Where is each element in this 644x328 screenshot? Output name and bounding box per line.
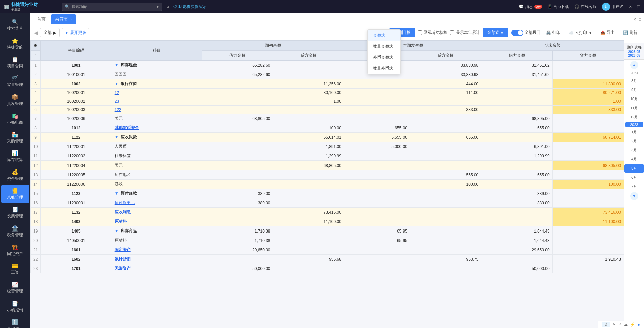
table-cp-credit: 333.00 <box>410 106 481 114</box>
period-end: 2023.05 <box>626 54 643 57</box>
table-cb-credit <box>552 151 624 161</box>
ytd-checkbox[interactable] <box>450 30 454 35</box>
table-subject[interactable]: 累计折旧 <box>112 255 202 264</box>
table-row-num: 14 <box>31 180 41 189</box>
table-cb-debit <box>481 106 552 114</box>
table-subject[interactable]: 23 <box>112 97 202 106</box>
table-row-num: 2 <box>31 70 41 79</box>
table-row-num: 15 <box>31 189 41 198</box>
table-cb-credit: 1.00 <box>552 97 624 106</box>
table-subject[interactable]: 12 <box>112 89 202 97</box>
table-row-num: 18 <box>31 217 41 226</box>
period-month-12[interactable]: 12月 <box>624 113 644 121</box>
export-btn[interactable]: 📤 导出 <box>598 28 618 37</box>
refresh-label: 刷新 <box>629 30 637 36</box>
table-cb-debit: 389.00 <box>481 198 552 208</box>
period-month-11[interactable]: 11月 <box>624 104 644 112</box>
demo-link[interactable]: ◎ 我要看实例演示 <box>173 4 207 10</box>
sidebar-item-retail[interactable]: 🛒 零售管理 <box>1 72 29 90</box>
period-down-arrow[interactable]: ▼ <box>630 192 638 200</box>
table-main: ⚙ 科目编码 科目 期初余额 本期发生额 期末余额 # 借方金额 贷方金额 借方… <box>30 40 624 328</box>
expand-all-toggle[interactable]: 全部展开 <box>511 30 541 36</box>
sidebar-item-report[interactable]: 📑 小畅报销 <box>1 298 29 316</box>
tab-close-btn[interactable]: × <box>70 17 72 21</box>
show-auxiliary-check[interactable]: 显示辅助核算 <box>418 30 447 36</box>
sidebar-item-ledger[interactable]: 📒 总账管理 <box>1 185 29 203</box>
period-header: 期间选择 2023.05 2023.05 <box>624 43 644 60</box>
table-ob-debit <box>202 97 273 106</box>
period-up-arrow[interactable]: ▲ <box>630 61 638 69</box>
message-label: 消息 <box>525 4 533 10</box>
sidebar-item-inventory[interactable]: 📊 库存核算 <box>1 147 29 166</box>
format-btn[interactable]: 金额式 ∧ <box>483 28 508 37</box>
sidebar-item-wholesale[interactable]: 📦 批发管理 <box>1 91 29 109</box>
dropdown-item-jinee[interactable]: 金额式 <box>368 30 400 41</box>
period-month-3[interactable]: 3月 <box>624 146 644 154</box>
table-subject[interactable]: 应收利息 <box>112 208 202 217</box>
tab-bar-right: × □ <box>634 17 641 22</box>
balance-table: ⚙ 科目编码 科目 期初余额 本期发生额 期末余额 # 借方金额 贷方金额 借方… <box>30 40 624 273</box>
sidebar-item-invoice[interactable]: 🧾 发票管理 <box>1 204 29 222</box>
lang-indicator[interactable]: 英 <box>602 322 610 327</box>
table-subject[interactable]: 预付款美元 <box>112 198 202 208</box>
period-month-7[interactable]: 7月 <box>624 182 644 191</box>
sidebar-item-quick-nav[interactable]: ⭐ 快捷导航 <box>1 35 29 53</box>
print-btn[interactable]: 🖨️ 打印 <box>543 28 563 37</box>
cloud-print-btn[interactable]: ☁️ 云打印 ▼ <box>566 28 595 37</box>
period-month-4[interactable]: 4月 <box>624 155 644 163</box>
sidebar-item-purchase[interactable]: 🏪 采购管理 <box>1 129 29 147</box>
tab-bar-close-btn[interactable]: × <box>634 17 636 22</box>
app-download-btn[interactable]: 📱 App下载 <box>547 4 569 10</box>
table-subject: 人民币 <box>112 142 202 151</box>
expand-more-btn[interactable]: ▼ 展开更多 <box>62 28 89 37</box>
tab-balance[interactable]: 余额表 × <box>51 14 76 24</box>
sidebar-item-ops[interactable]: 📈 经营管理 <box>1 279 29 297</box>
sidebar-item-fixed-assets[interactable]: 🏗️ 固定资产 <box>1 241 29 259</box>
dropdown-item-foreign-amount[interactable]: 外币金额式 <box>368 52 400 63</box>
refresh-btn[interactable]: 🔄 刷新 <box>620 28 640 37</box>
search-bar[interactable]: 🔍 搜索功能 ▼ <box>62 3 162 11</box>
period-month-1[interactable]: 1月 <box>624 128 644 136</box>
filter-back-arrow[interactable]: ◀ <box>34 30 38 36</box>
table-subject: 游戏 <box>112 180 202 189</box>
table-subject[interactable]: 固定资产 <box>112 245 202 255</box>
sidebar-item-payroll[interactable]: 💳 工资 <box>1 260 29 278</box>
sidebar-item-ecom[interactable]: 🛍️ 小畅电商 <box>1 110 29 128</box>
sidebar-item-capital[interactable]: 💰 资金管理 <box>1 166 29 184</box>
tab-bar-restore-btn[interactable]: □ <box>639 17 641 22</box>
table-subject[interactable]: 122 <box>112 106 202 114</box>
period-month-5[interactable]: 5月 <box>624 164 644 173</box>
wholesale-icon: 📦 <box>3 94 28 100</box>
th-settings[interactable]: ⚙ <box>31 41 41 51</box>
message-btn[interactable]: 💬 消息 99+ <box>519 4 542 10</box>
ecom-icon: 🛍️ <box>3 113 28 119</box>
table-ob-debit <box>202 208 273 217</box>
window-close-btn[interactable]: × <box>629 4 632 9</box>
table-cp-debit <box>344 114 410 123</box>
period-month-8[interactable]: 8月 <box>624 77 644 85</box>
sidebar-item-tax[interactable]: 🏦 税务管理 <box>1 222 29 241</box>
settings-icon-top[interactable]: ⚙ <box>166 5 169 9</box>
sidebar-item-basic[interactable]: ℹ️ 基础信息 <box>1 316 29 328</box>
user-avatar[interactable]: U 用户名 <box>602 3 624 11</box>
table-subject[interactable]: 无形资产 <box>112 264 202 273</box>
filter-all-chip[interactable]: 全部 ▶ <box>40 28 60 37</box>
period-month-6[interactable]: 6月 <box>624 173 644 182</box>
tab-home[interactable]: 首页 <box>33 14 50 24</box>
sidebar-search[interactable]: 🔍 搜索菜单 <box>1 16 29 34</box>
dropdown-item-quantity-foreign[interactable]: 数量外币式 <box>368 63 400 74</box>
table-subject[interactable]: 其他货币资金 <box>112 123 202 133</box>
table-subject[interactable]: 原材料 <box>112 217 202 226</box>
period-month-9[interactable]: 9月 <box>624 86 644 94</box>
toggle-switch[interactable] <box>511 30 523 36</box>
period-month-10[interactable]: 10月 <box>624 95 644 103</box>
online-service-btn[interactable]: 🎧 在线客服 <box>574 4 597 10</box>
table-ob-credit <box>273 114 344 123</box>
table-cp-credit: 655.00 <box>410 133 481 142</box>
sidebar-item-project[interactable]: 📋 项目合同 <box>1 54 29 72</box>
period-month-2[interactable]: 2月 <box>624 137 644 145</box>
dropdown-item-quantity-amount[interactable]: 数量金额式 <box>368 41 400 52</box>
auxiliary-checkbox[interactable] <box>418 30 422 35</box>
window-restore-btn[interactable]: □ <box>637 4 640 9</box>
show-ytd-check[interactable]: 显示本年累计 <box>450 30 480 36</box>
